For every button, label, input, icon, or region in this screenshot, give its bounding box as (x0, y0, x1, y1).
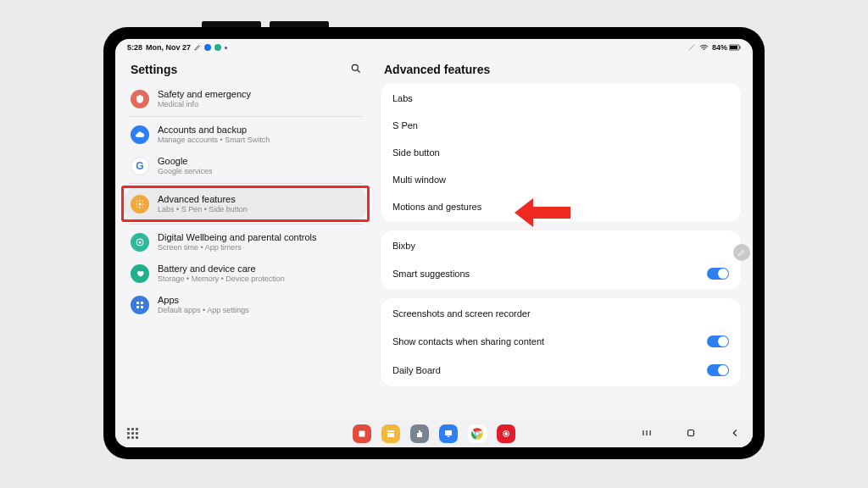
toggle-switch[interactable] (707, 364, 729, 376)
settings-sidebar: Settings Safety and emergency Medical in… (120, 59, 370, 420)
sidebar-item-label: Apps (158, 295, 249, 305)
svg-rect-7 (136, 302, 139, 304)
edge-panel-handle[interactable] (733, 244, 750, 261)
row-label: Smart suggestions (392, 269, 707, 279)
cloud-icon (131, 125, 149, 144)
pen-icon (194, 44, 201, 51)
status-bar: 5:28 Mon, Nov 27 84% (115, 39, 753, 56)
taskbar-app-icon[interactable] (497, 424, 515, 443)
nav-back-button[interactable] (729, 427, 741, 441)
taskbar-app-icon[interactable] (381, 424, 400, 443)
sidebar-item-sublabel: Medical info (158, 100, 251, 108)
row-label: S Pen (392, 120, 729, 130)
google-icon: G (131, 157, 149, 175)
sidebar-item-safety[interactable]: Safety and emergency Medical info (124, 83, 367, 114)
row-bixby[interactable]: Bixby (381, 232, 741, 259)
battery-care-icon (131, 264, 149, 283)
status-date: Mon, Nov 27 (146, 43, 191, 52)
sidebar-item-accounts[interactable]: Accounts and backup Manage accounts • Sm… (124, 119, 367, 150)
status-time: 5:28 (127, 43, 142, 52)
toggle-switch[interactable] (707, 336, 729, 347)
svg-rect-8 (141, 302, 143, 304)
row-label: Motions and gestures (392, 202, 729, 212)
apps-icon (131, 296, 149, 314)
row-daily-board[interactable]: Daily Board (381, 356, 741, 385)
sidebar-item-label: Accounts and backup (158, 125, 270, 135)
row-label: Labs (392, 93, 729, 103)
row-screenshots[interactable]: Screenshots and screen recorder (381, 300, 741, 327)
status-indicator-icon (204, 44, 211, 51)
advanced-icon (131, 195, 149, 214)
sidebar-item-label: Safety and emergency (158, 89, 251, 99)
search-button[interactable] (350, 63, 362, 76)
row-smart-suggestions[interactable]: Smart suggestions (381, 259, 741, 288)
sidebar-item-label: Advanced features (158, 194, 248, 204)
sidebar-item-wellbeing[interactable]: Digital Wellbeing and parental controls … (124, 226, 367, 258)
sidebar-item-advanced-features[interactable]: Advanced features Labs • S Pen • Side bu… (124, 188, 367, 219)
sidebar-item-label: Google (158, 156, 213, 166)
row-label: Bixby (392, 241, 729, 251)
row-labs[interactable]: Labs (381, 85, 741, 112)
taskbar (115, 420, 753, 447)
nav-home-button[interactable] (685, 427, 697, 441)
sidebar-item-google[interactable]: G Google Google services (124, 150, 367, 181)
svg-point-16 (505, 433, 508, 435)
row-side-button[interactable]: Side button (381, 139, 741, 166)
row-spen[interactable]: S Pen (381, 112, 741, 139)
divider (129, 224, 362, 225)
row-label: Daily Board (392, 365, 707, 375)
svg-point-4 (139, 202, 142, 205)
row-label: Side button (392, 147, 729, 158)
status-dot-icon (225, 47, 227, 49)
battery-percent: 84% (712, 43, 727, 52)
divider (129, 183, 362, 184)
row-label: Multi window (392, 175, 729, 185)
divider (129, 116, 362, 117)
battery-indicator: 84% (712, 43, 741, 52)
svg-point-6 (139, 241, 142, 243)
taskbar-app-icon[interactable] (439, 424, 458, 443)
sidebar-item-label: Digital Wellbeing and parental controls (158, 232, 317, 242)
svg-rect-11 (359, 431, 365, 437)
sidebar-item-sublabel: Manage accounts • Smart Switch (158, 136, 270, 144)
sidebar-item-sublabel: Labs • S Pen • Side button (158, 205, 248, 214)
row-label: Show contacts when sharing content (392, 336, 707, 347)
taskbar-app-icon[interactable] (410, 424, 429, 443)
settings-group: Bixby Smart suggestions (381, 230, 741, 290)
svg-rect-1 (730, 46, 737, 49)
sidebar-item-label: Battery and device care (158, 263, 285, 274)
all-apps-button[interactable] (127, 428, 139, 440)
sidebar-item-apps[interactable]: Apps Default apps • App settings (124, 289, 367, 320)
nav-recents-button[interactable] (641, 427, 653, 441)
highlight-annotation: Advanced features Labs • S Pen • Side bu… (121, 186, 370, 222)
taskbar-app-icon[interactable] (353, 424, 371, 443)
row-label: Screenshots and screen recorder (392, 308, 729, 319)
toggle-switch[interactable] (707, 268, 729, 280)
sidebar-item-sublabel: Default apps • App settings (158, 306, 249, 314)
settings-title: Settings (131, 63, 177, 76)
sidebar-item-sublabel: Storage • Memory • Device protection (158, 274, 285, 283)
settings-group: Labs S Pen Side button Multi window Moti… (381, 83, 741, 222)
row-show-contacts[interactable]: Show contacts when sharing content (381, 327, 741, 356)
svg-rect-9 (136, 306, 139, 308)
safety-icon (131, 90, 149, 108)
wifi-icon (699, 43, 709, 53)
wellbeing-icon (131, 233, 149, 252)
settings-group: Screenshots and screen recorder Show con… (381, 298, 741, 386)
svg-rect-17 (688, 430, 694, 436)
sidebar-item-sublabel: Google services (158, 167, 213, 175)
detail-pane: Advanced features Labs S Pen Side button… (379, 59, 748, 420)
screen: 5:28 Mon, Nov 27 84% Settings (115, 39, 753, 447)
status-indicator-icon (214, 44, 221, 51)
tablet-bezel: 5:28 Mon, Nov 27 84% Settings (103, 27, 765, 459)
stylus-icon (687, 43, 696, 52)
svg-point-3 (352, 64, 358, 70)
taskbar-app-chrome-icon[interactable] (468, 424, 487, 443)
row-motions-gestures[interactable]: Motions and gestures (381, 193, 741, 220)
page-title: Advanced features (381, 61, 741, 83)
taskbar-apps (353, 424, 515, 443)
svg-point-14 (476, 432, 479, 435)
row-multi-window[interactable]: Multi window (381, 166, 741, 193)
sidebar-item-sublabel: Screen time • App timers (158, 243, 317, 252)
sidebar-item-battery[interactable]: Battery and device care Storage • Memory… (124, 258, 367, 289)
